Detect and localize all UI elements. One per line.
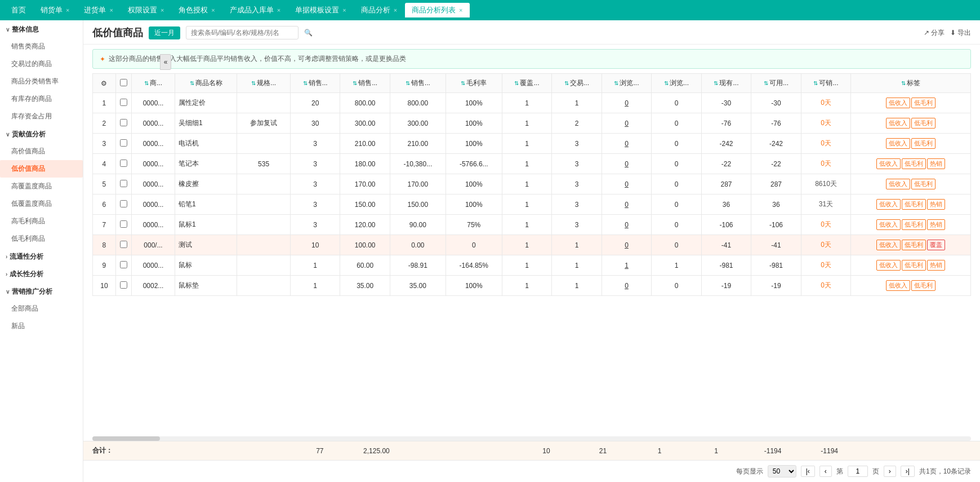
browse1-link[interactable]: 0 [625, 180, 629, 188]
col-saleable[interactable]: ⇅可销... [801, 74, 851, 93]
sort-code-icon[interactable]: ⇅ [144, 80, 149, 86]
col-settings[interactable]: ⚙ [93, 74, 116, 93]
sidebar-section-contribution[interactable]: ∨ 贡献值分析 [0, 125, 83, 143]
sidebar-item-traded-goods[interactable]: 交易过的商品 [0, 55, 83, 73]
row-name[interactable]: 测试 [175, 235, 237, 255]
row-checkbox[interactable] [120, 281, 127, 289]
sort-name-icon[interactable]: ⇅ [190, 80, 194, 86]
row-browse1[interactable]: 0 [602, 134, 652, 154]
browse1-link[interactable]: 0 [625, 160, 629, 168]
search-input[interactable] [186, 26, 299, 39]
sort-margin-icon[interactable]: ⇅ [461, 80, 465, 86]
sidebar-item-low-margin[interactable]: 低毛利商品 [0, 230, 83, 247]
scrollbar-thumb[interactable] [92, 436, 160, 441]
sidebar-item-high-value[interactable]: 高价值商品 [0, 143, 83, 160]
row-name[interactable]: 鼠标 [175, 255, 237, 276]
settings-icon[interactable]: ⚙ [101, 79, 107, 87]
col-browse2[interactable]: ⇅浏览... [652, 74, 702, 93]
row-name[interactable]: 笔记本 [175, 154, 237, 174]
close-goods-analysis-icon[interactable]: × [394, 7, 397, 14]
sort-browse2-icon[interactable]: ⇅ [664, 80, 669, 86]
row-browse1[interactable]: 0 [602, 93, 652, 113]
browse1-link[interactable]: 0 [625, 140, 629, 148]
sidebar-item-stock-funds[interactable]: 库存资金占用 [0, 108, 83, 125]
nav-home[interactable]: 首页 [5, 3, 33, 17]
nav-goods-analysis[interactable]: 商品分析 × [354, 3, 404, 17]
first-page-button[interactable]: |‹ [801, 466, 815, 477]
col-available[interactable]: ⇅可用... [751, 74, 801, 93]
date-filter-button[interactable]: 近一月 [149, 26, 180, 39]
row-checkbox[interactable] [120, 160, 127, 167]
browse1-link[interactable]: 0 [625, 201, 629, 209]
row-browse1[interactable]: 0 [602, 235, 652, 255]
row-checkbox[interactable] [120, 261, 127, 268]
row-browse1[interactable]: 0 [602, 215, 652, 235]
nav-roles[interactable]: 角色授权 × [172, 3, 221, 17]
row-browse1[interactable]: 0 [602, 194, 652, 215]
close-template-icon[interactable]: × [342, 7, 346, 14]
col-code[interactable]: ⇅商... [131, 74, 175, 93]
share-button[interactable]: ↗ 分享 [924, 28, 945, 38]
col-browse1[interactable]: ⇅浏览... [602, 74, 652, 93]
nav-template[interactable]: 单据模板设置 × [288, 3, 353, 17]
nav-sales[interactable]: 销货单 × [34, 3, 76, 17]
sort-saleable-icon[interactable]: ⇅ [813, 80, 818, 86]
nav-product-warehouse[interactable]: 产成品入库单 × [223, 3, 287, 17]
close-product-warehouse-icon[interactable]: × [277, 7, 280, 14]
row-checkbox-cell[interactable] [115, 215, 131, 235]
col-name[interactable]: ⇅商品名称 [175, 74, 237, 93]
col-margin[interactable]: ⇅毛利率 [446, 74, 502, 93]
row-name[interactable]: 电话机 [175, 134, 237, 154]
sort-stock-icon[interactable]: ⇅ [714, 80, 718, 86]
row-checkbox[interactable] [120, 200, 127, 207]
horizontal-scrollbar[interactable] [92, 436, 971, 441]
row-name[interactable]: 鼠标垫 [175, 276, 237, 296]
nav-purchase[interactable]: 进货单 × [77, 3, 119, 17]
sidebar-item-stock-goods[interactable]: 有库存的商品 [0, 90, 83, 108]
row-name[interactable]: 吴细细1 [175, 113, 237, 134]
col-sales-amount[interactable]: ⇅销售... [390, 74, 446, 93]
row-checkbox-cell[interactable] [115, 194, 131, 215]
browse1-link[interactable]: 0 [625, 282, 629, 290]
sort-tags-icon[interactable]: ⇅ [901, 80, 906, 86]
row-checkbox[interactable] [120, 180, 127, 187]
sidebar-collapse-button[interactable]: « [160, 54, 171, 70]
close-sales-icon[interactable]: × [66, 7, 69, 14]
row-browse1[interactable]: 0 [602, 113, 652, 134]
sidebar-item-high-margin[interactable]: 高毛利商品 [0, 213, 83, 230]
page-size-select[interactable]: 50 100 200 [768, 465, 796, 477]
page-number-input[interactable] [848, 466, 868, 477]
sort-coverage-icon[interactable]: ⇅ [514, 80, 519, 86]
col-transactions[interactable]: ⇅交易... [552, 74, 602, 93]
close-roles-icon[interactable]: × [211, 7, 215, 14]
sort-available-icon[interactable]: ⇅ [764, 80, 768, 86]
export-button[interactable]: ⬇ 导出 [950, 28, 971, 38]
sort-spec-icon[interactable]: ⇅ [251, 80, 256, 86]
row-name[interactable]: 橡皮擦 [175, 174, 237, 194]
sidebar-section-marketing[interactable]: ∨ 营销推广分析 [0, 282, 83, 300]
col-sales-price[interactable]: ⇅销售... [340, 74, 390, 93]
search-icon[interactable]: 🔍 [304, 29, 313, 37]
sidebar-item-low-coverage[interactable]: 低覆盖度商品 [0, 195, 83, 213]
close-permissions-icon[interactable]: × [161, 7, 164, 14]
nav-permissions[interactable]: 权限设置 × [121, 3, 171, 17]
row-checkbox-cell[interactable] [115, 255, 131, 276]
sort-amount-icon[interactable]: ⇅ [406, 80, 410, 86]
prev-page-button[interactable]: ‹ [819, 466, 832, 477]
browse1-link[interactable]: 0 [625, 241, 629, 249]
sidebar-item-new-goods[interactable]: 新品 [0, 317, 83, 335]
row-checkbox[interactable] [120, 99, 127, 106]
row-browse1[interactable]: 0 [602, 276, 652, 296]
row-checkbox-cell[interactable] [115, 276, 131, 296]
col-coverage[interactable]: ⇅覆盖... [502, 74, 552, 93]
row-checkbox-cell[interactable] [115, 174, 131, 194]
col-checkbox[interactable] [115, 74, 131, 93]
row-checkbox-cell[interactable] [115, 154, 131, 174]
row-name[interactable]: 鼠标1 [175, 215, 237, 235]
row-checkbox-cell[interactable] [115, 134, 131, 154]
sort-browse1-icon[interactable]: ⇅ [614, 80, 618, 86]
row-checkbox-cell[interactable] [115, 235, 131, 255]
sidebar-section-overall[interactable]: ∨ 整体信息 [0, 20, 83, 38]
col-spec[interactable]: ⇅规格... [237, 74, 291, 93]
sidebar-section-growth[interactable]: › 成长性分析 [0, 265, 83, 282]
